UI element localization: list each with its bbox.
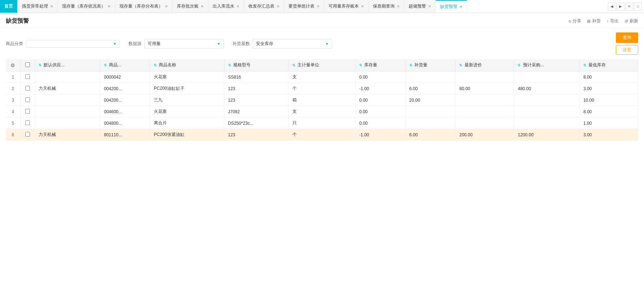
th-stock[interactable]: 库存量 bbox=[356, 59, 406, 71]
tab-label: 现存量（库存状况表） bbox=[62, 3, 105, 9]
export-label: 导出 bbox=[610, 18, 619, 24]
tab-requisition[interactable]: 要货单统计表 ✕ bbox=[284, 0, 324, 13]
th-est-purchase[interactable]: 预计采购... bbox=[514, 59, 579, 71]
row-checkbox[interactable] bbox=[25, 109, 30, 114]
table-row[interactable]: 6 力天机械 801110... PC200张紧油缸 123 个 -1.00 6… bbox=[6, 129, 638, 141]
cell-latest-price bbox=[456, 106, 514, 118]
close-icon[interactable]: ✕ bbox=[236, 4, 239, 8]
row-checkbox[interactable] bbox=[25, 97, 30, 102]
close-icon[interactable]: ✕ bbox=[317, 4, 319, 8]
row-checkbox-cell[interactable] bbox=[20, 129, 35, 141]
cell-name: 离合片 bbox=[150, 118, 224, 129]
th-latest-price[interactable]: 最新进价 bbox=[456, 59, 514, 71]
row-checkbox-cell[interactable] bbox=[20, 118, 35, 129]
th-min-stock[interactable]: 最低库存 bbox=[579, 59, 638, 71]
close-icon[interactable]: ✕ bbox=[50, 4, 53, 8]
tab-inout-flow[interactable]: 出入库流水 ✕ bbox=[208, 0, 244, 13]
tab-label: 可用量库存账本 bbox=[328, 3, 359, 9]
tab-available-ledger[interactable]: 可用量库存账本 ✕ bbox=[324, 0, 369, 13]
tab-batch-account[interactable]: 库存批次账 ✕ bbox=[173, 0, 208, 13]
nav-controls: ◀ ▶ ✕ □ bbox=[606, 3, 644, 10]
th-stock-label: 库存量 bbox=[364, 62, 377, 67]
top-navigation: 首页 拣货异常处理 ✕ 现存量（库存状况表） ✕ 现存量（库存分布表） ✕ 库存… bbox=[0, 0, 644, 13]
table-row[interactable]: 4 004600... 火花塞 J7092 支 0.00 8.00 bbox=[6, 106, 638, 118]
close-icon[interactable]: ✕ bbox=[201, 4, 204, 8]
tab-expiry[interactable]: 保质期查询 ✕ bbox=[369, 0, 404, 13]
close-icon[interactable]: ✕ bbox=[277, 4, 279, 8]
category-label: 商品分类 bbox=[6, 41, 23, 47]
th-spec-label: 规格型号 bbox=[233, 62, 251, 67]
replenish-label: 补货 bbox=[592, 18, 601, 24]
row-checkbox[interactable] bbox=[25, 74, 30, 79]
table-row[interactable]: 3 004200... 三九 123 箱 0.00 20.00 10.00 bbox=[6, 94, 638, 106]
replenish-button[interactable]: ⊞ 补货 bbox=[587, 18, 601, 24]
table-row[interactable]: 2 力天机械 004200... PC200油缸缸子 123 个 -1.00 6… bbox=[6, 83, 638, 94]
replenish-base-select[interactable]: 安全库存 ▼ bbox=[253, 39, 332, 49]
row-checkbox-cell[interactable] bbox=[20, 71, 35, 83]
close-icon[interactable]: ✕ bbox=[361, 4, 364, 8]
datasource-select[interactable]: 可用量 ▼ bbox=[144, 39, 224, 49]
th-spec[interactable]: 规格型号 bbox=[224, 59, 288, 71]
th-supplier[interactable]: 默认供应... bbox=[35, 59, 100, 71]
cell-replenish: 6.00 bbox=[405, 129, 456, 141]
cell-code: 004800... bbox=[100, 118, 150, 129]
cell-latest-price bbox=[456, 118, 514, 129]
share-button[interactable]: ⎋ 分享 bbox=[569, 18, 581, 24]
cell-code: 004200... bbox=[100, 83, 150, 94]
row-checkbox-cell[interactable] bbox=[20, 94, 35, 106]
tab-summary[interactable]: 收发存汇总表 ✕ bbox=[244, 0, 284, 13]
cell-supplier bbox=[35, 118, 100, 129]
cell-min-stock: 8.00 bbox=[579, 106, 638, 118]
row-checkbox[interactable] bbox=[25, 120, 30, 125]
export-button[interactable]: ↑ 导出 bbox=[606, 18, 619, 24]
category-select[interactable]: ▼ bbox=[26, 40, 120, 48]
close-icon[interactable]: ✕ bbox=[428, 4, 431, 8]
table-row[interactable]: 5 004800... 离合片 DS250*23c... 只 0.00 1.00 bbox=[6, 118, 638, 129]
close-icon[interactable]: ✕ bbox=[460, 5, 462, 9]
cell-est-purchase: 480.00 bbox=[514, 83, 579, 94]
refresh-button[interactable]: ↺ 刷新 bbox=[625, 18, 638, 24]
th-unit-label: 主计量单位 bbox=[297, 62, 319, 67]
close-icon[interactable]: ✕ bbox=[165, 4, 168, 8]
select-all-checkbox[interactable] bbox=[25, 62, 30, 67]
page-header: 缺货预警 ⎋ 分享 ⊞ 补货 ↑ 导出 ↺ 刷新 bbox=[0, 13, 644, 28]
row-checkbox-cell[interactable] bbox=[20, 83, 35, 94]
replenish-base-label: 补货基数 bbox=[232, 41, 250, 47]
close-icon[interactable]: ✕ bbox=[108, 4, 110, 8]
cell-name: 火花塞 bbox=[150, 106, 224, 118]
th-unit[interactable]: 主计量单位 bbox=[288, 59, 355, 71]
table-row[interactable]: 1 0000042 火花塞 SS816 支 0.00 8.00 bbox=[6, 71, 638, 83]
tab-inventory-status[interactable]: 现存量（库存状况表） ✕ bbox=[58, 0, 115, 13]
tab-label: 收发存汇总表 bbox=[248, 3, 274, 9]
th-min-stock-label: 最低库存 bbox=[588, 62, 606, 67]
nav-expand-button[interactable]: □ bbox=[634, 3, 642, 10]
th-name[interactable]: 商品名称 bbox=[150, 59, 224, 71]
tab-inventory-dist[interactable]: 现存量（库存分布表） ✕ bbox=[115, 0, 173, 13]
nav-next-button[interactable]: ▶ bbox=[617, 3, 625, 10]
nav-close-button[interactable]: ✕ bbox=[625, 3, 633, 10]
cell-unit: 支 bbox=[288, 106, 355, 118]
th-code[interactable]: 商品... bbox=[100, 59, 150, 71]
row-checkbox[interactable] bbox=[25, 132, 30, 137]
tab-home[interactable]: 首页 bbox=[0, 0, 18, 13]
th-replenish[interactable]: 补货量 bbox=[405, 59, 456, 71]
settings-icon[interactable]: ⚙ bbox=[10, 62, 15, 68]
tab-shortage[interactable]: 缺货预警 ✕ bbox=[436, 0, 467, 13]
tab-overstock[interactable]: 超储预警 ✕ bbox=[404, 0, 436, 13]
tab-label: 库存批次账 bbox=[177, 3, 199, 9]
replenish-icon: ⊞ bbox=[587, 19, 591, 24]
settings-button[interactable]: 设置 bbox=[616, 45, 638, 55]
cell-stock: 0.00 bbox=[356, 118, 406, 129]
nav-prev-button[interactable]: ◀ bbox=[608, 3, 616, 10]
cell-latest-price bbox=[456, 94, 514, 106]
tab-label: 缺货预警 bbox=[440, 4, 457, 10]
tab-picking-exception[interactable]: 拣货异常处理 ✕ bbox=[18, 0, 58, 13]
cell-name: PC200张紧油缸 bbox=[150, 129, 224, 141]
cell-spec: J7092 bbox=[224, 106, 288, 118]
close-icon[interactable]: ✕ bbox=[397, 4, 400, 8]
row-checkbox[interactable] bbox=[25, 86, 30, 90]
row-checkbox-cell[interactable] bbox=[20, 106, 35, 118]
cell-replenish: 20.00 bbox=[405, 94, 456, 106]
query-button[interactable]: 查询 bbox=[616, 32, 638, 43]
cell-spec: 123 bbox=[224, 83, 288, 94]
